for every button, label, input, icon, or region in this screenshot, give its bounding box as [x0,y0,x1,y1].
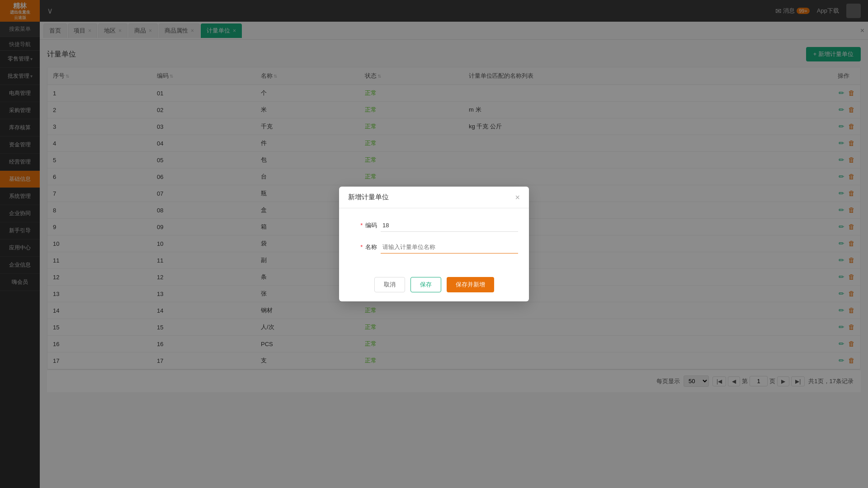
required-mark: * [360,222,363,229]
name-field-row: * 名称 [350,241,518,253]
save-and-add-button[interactable]: 保存并新增 [447,277,494,292]
modal-overlay[interactable]: 新增计量单位 × * 编码 * 名称 取消 保存 保存并新增 [0,0,868,488]
modal-header: 新增计量单位 × [339,187,529,208]
name-label: * 名称 [350,243,377,251]
modal-footer: 取消 保存 保存并新增 [339,272,529,301]
code-label: * 编码 [350,221,377,230]
save-button[interactable]: 保存 [410,277,441,292]
cancel-button[interactable]: 取消 [374,277,405,292]
code-input[interactable] [381,219,518,232]
modal-close-button[interactable]: × [515,193,520,202]
add-unit-modal: 新增计量单位 × * 编码 * 名称 取消 保存 保存并新增 [339,187,529,301]
modal-body: * 编码 * 名称 [339,208,529,272]
name-input[interactable] [381,241,518,253]
modal-title: 新增计量单位 [348,193,389,202]
required-mark: * [360,244,363,250]
code-field-row: * 编码 [350,219,518,232]
